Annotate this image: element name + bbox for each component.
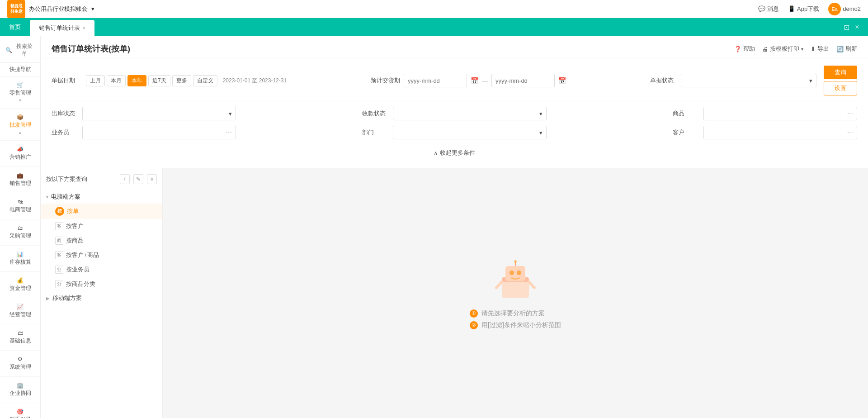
out-status-arrow: ▾: [229, 110, 232, 117]
date-btn-more[interactable]: 更多: [172, 75, 191, 86]
date-btn-7days[interactable]: 近7天: [148, 75, 170, 86]
window-restore-button[interactable]: ⊡: [843, 24, 850, 31]
sidebar-item-enterprise[interactable]: 🏢 企业协同: [0, 377, 40, 403]
user-menu[interactable]: Ea demo2: [828, 3, 861, 15]
query-row-1: 单据日期 上月 本月 本年 近7天 更多 自定义 2023-01-01 至 20…: [52, 66, 857, 95]
salesperson-select[interactable]: ···: [82, 126, 236, 139]
page-header: 销售订单统计表(按单) ❓ 帮助 🖨 按模板打印 ▾ ⬇ 导出 🔄 刷新: [41, 36, 868, 58]
close-icon: ×: [855, 23, 859, 31]
date-btn-this-month[interactable]: 本月: [107, 75, 126, 86]
scheme-item-by-customer-goods[interactable]: 客 按客户+商品: [41, 248, 162, 262]
collapse-panel-button[interactable]: «: [147, 174, 157, 184]
window-buttons: ⊡ ×: [843, 24, 868, 31]
scheme-item-by-customer[interactable]: 客 按客户: [41, 219, 162, 233]
sidebar-item-sales[interactable]: 💼 销售管理: [0, 167, 40, 193]
page-actions: ❓ 帮助 🖨 按模板打印 ▾ ⬇ 导出 🔄 刷新: [734, 45, 857, 53]
goods-more-icon[interactable]: ···: [847, 109, 853, 118]
app-dropdown[interactable]: ▾: [91, 5, 94, 12]
customer-more-icon[interactable]: ···: [847, 128, 853, 137]
date-range-text: 2023-01-01 至 2023-12-31: [223, 77, 287, 85]
print-button[interactable]: 🖨 按模板打印 ▾: [762, 45, 803, 53]
by-salesperson-label: 按业务员: [66, 266, 90, 274]
scheme-item-by-goods[interactable]: 商 按商品: [41, 233, 162, 248]
sidebar-item-system[interactable]: ⚙ 系统管理: [0, 351, 40, 377]
goods-select[interactable]: ···: [703, 107, 857, 120]
export-button[interactable]: ⬇ 导出: [811, 45, 829, 53]
date-btn-this-year[interactable]: 本年: [127, 75, 146, 86]
print-dropdown-icon: ▾: [801, 47, 803, 52]
user-name: demo2: [843, 5, 861, 12]
department-select[interactable]: ▾: [393, 126, 547, 139]
customer-select[interactable]: ···: [703, 126, 857, 139]
mobile-scheme-root[interactable]: ▶ 移动端方案: [41, 291, 162, 305]
scheme-item-by-salesperson[interactable]: 业 按业务员: [41, 262, 162, 277]
help-button[interactable]: ❓ 帮助: [734, 45, 755, 53]
calendar-end-icon[interactable]: 📅: [558, 77, 566, 84]
sidebar-item-ecommerce[interactable]: 🛍 电商管理: [0, 193, 40, 219]
newbie-icon: 🎯: [17, 408, 24, 415]
search-button[interactable]: 查询: [824, 66, 857, 79]
message-button[interactable]: 💬 消息: [758, 5, 779, 13]
tab-close-icon[interactable]: ×: [83, 25, 85, 31]
refresh-button[interactable]: 🔄 刷新: [836, 45, 857, 53]
tab-home[interactable]: 首页: [0, 18, 30, 36]
setting-button[interactable]: 设置: [824, 81, 857, 95]
enterprise-icon: 🏢: [17, 382, 24, 389]
date-btn-custom[interactable]: 自定义: [193, 75, 217, 86]
marketing-icon: 📣: [17, 146, 24, 152]
message-label: 消息: [767, 5, 779, 13]
logo: 畅捷通好生意: [7, 0, 25, 18]
dropdown-arrow-icon: ▾: [91, 5, 94, 12]
pc-scheme-root[interactable]: ▾ 电脑端方案: [41, 190, 162, 204]
main-layout: 🔍 搜索菜单 快捷导航 🛒 零售管理 ▾ 📦 批发管理 ▴ 📣 营销推广 💼 销…: [0, 36, 868, 418]
out-status-select[interactable]: ▾: [82, 107, 236, 120]
search-menu-button[interactable]: 🔍 搜索菜单: [4, 41, 37, 60]
expected-date-field: 预计交货期 📅 — 📅: [371, 74, 566, 87]
scheme-item-by-category[interactable]: 分 按商品分类: [41, 277, 162, 291]
app-download-button[interactable]: 📱 App下载: [788, 5, 819, 13]
help-icon: ❓: [734, 46, 741, 52]
sidebar-item-inventory-label: 库存核算: [9, 258, 31, 266]
sales-icon: 💼: [17, 172, 24, 179]
topbar-right: 💬 消息 📱 App下载 Ea demo2: [758, 3, 861, 15]
salesperson-more-icon[interactable]: ···: [226, 128, 232, 137]
by-customer-goods-label: 按客户+商品: [66, 251, 99, 259]
query-row-2: 出库状态 ▾ 收款状态 ▾ 商品: [52, 101, 857, 120]
sidebar-item-marketing[interactable]: 📣 营销推广: [0, 141, 40, 167]
sidebar-item-purchase[interactable]: 🗂 采购管理: [0, 219, 40, 246]
sidebar-item-retail[interactable]: 🛒 零售管理 ▾: [0, 76, 40, 109]
sidebar-item-basic[interactable]: 🗃 基础信息: [0, 324, 40, 351]
add-scheme-button[interactable]: +: [120, 174, 130, 184]
status-select[interactable]: ▾: [681, 74, 816, 87]
operations-icon: 📈: [17, 304, 24, 310]
scheme-item-by-order[interactable]: 按 按单: [41, 204, 162, 219]
sidebar-item-wholesale[interactable]: 📦 批发管理 ▴: [0, 109, 40, 141]
topbar-left: 畅捷通好生意 办公用品行业模拟账套 ▾: [7, 0, 94, 18]
sidebar-item-basic-label: 基础信息: [9, 337, 31, 345]
sidebar-item-newbie[interactable]: 🎯 新手引导: [0, 403, 40, 418]
app-title: 办公用品行业模拟账套: [29, 5, 88, 13]
payment-status-select[interactable]: ▾: [393, 107, 547, 120]
edit-scheme-button[interactable]: ✎: [133, 174, 143, 184]
sidebar-item-newbie-label: 新手引导: [9, 416, 31, 418]
quick-nav-button[interactable]: 快捷导航: [0, 63, 40, 76]
sidebar-item-inventory[interactable]: 📊 库存核算: [0, 246, 40, 272]
calendar-start-icon[interactable]: 📅: [471, 77, 478, 84]
page-title: 销售订单统计表(按单): [52, 43, 130, 54]
tab-sales-order-stats[interactable]: 销售订单统计表 ×: [30, 20, 94, 36]
window-close-button[interactable]: ×: [854, 24, 861, 31]
department-field: 部门 ▾: [362, 126, 547, 139]
sidebar-item-operations[interactable]: 📈 经营管理: [0, 298, 40, 324]
hint-num-2: ②: [470, 321, 478, 329]
content-area: 销售订单统计表(按单) ❓ 帮助 🖨 按模板打印 ▾ ⬇ 导出 🔄 刷新: [41, 36, 868, 418]
collapse-bar[interactable]: ∧ 收起更多条件: [52, 145, 857, 161]
salesperson-field: 业务员 ···: [52, 126, 236, 139]
goods-label: 商品: [673, 109, 700, 118]
collapse-panel-icon: «: [151, 176, 154, 182]
left-panel-toolbar: 按以下方案查询 + ✎ «: [41, 171, 162, 188]
expected-date-end-input[interactable]: [491, 74, 555, 87]
date-btn-last-month[interactable]: 上月: [86, 75, 105, 86]
expected-date-start-input[interactable]: [404, 74, 467, 87]
sidebar-item-finance[interactable]: 💰 资金管理: [0, 272, 40, 298]
avatar-text: Ea: [832, 6, 838, 12]
